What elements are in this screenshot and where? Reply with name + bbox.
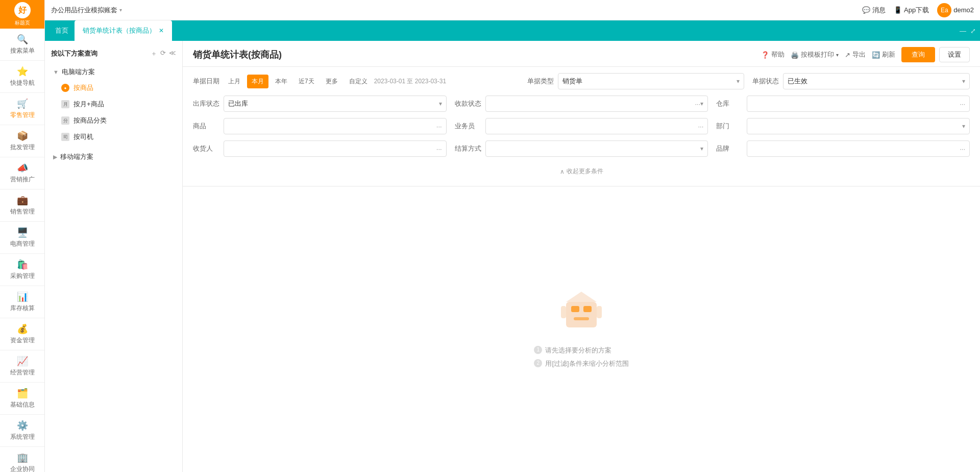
quicknav-icon: ⭐ — [17, 66, 28, 77]
collapse-panel-icon[interactable]: ≪ — [169, 49, 176, 58]
tab-home[interactable]: 首页 — [49, 20, 75, 41]
account-dropdown[interactable]: 办公用品行业模拟账套 ▾ — [51, 6, 122, 15]
doctype-select[interactable]: 销货单 — [558, 73, 745, 89]
collapse-bar[interactable]: ∧ 收起更多条件 — [193, 163, 970, 180]
basic-icon: 🗂️ — [17, 388, 28, 399]
user-menu[interactable]: Ea demo2 — [937, 3, 974, 17]
salesperson-input[interactable]: ··· — [485, 118, 708, 134]
refresh-button[interactable]: 🔄 刷新 — [872, 50, 895, 59]
right-panel: 销货单统计表(按商品) ❓ 帮助 🖨️ 按模板打印 ▾ ↗ 导出 — [183, 41, 980, 472]
export-button[interactable]: ↗ 导出 — [845, 50, 866, 59]
title-actions: ❓ 帮助 🖨️ 按模板打印 ▾ ↗ 导出 🔄 刷新 — [761, 47, 970, 62]
app-logo: 好 标题页 — [0, 0, 45, 29]
doctype-label: 单据类型 — [527, 77, 558, 86]
salesperson-ellipsis[interactable]: ··· — [698, 123, 704, 130]
sidebar-item-operations[interactable]: 📈 经营管理 — [0, 350, 44, 383]
retail-icon: 🛒 — [17, 98, 28, 109]
scheme-item-by-product[interactable]: ● 按商品 — [45, 80, 182, 96]
filter-group-outstatus: 出库状态 已出库 — [193, 96, 447, 112]
expand-arrow-mobile-icon: ▶ — [53, 154, 57, 160]
header-left: 办公用品行业模拟账套 ▾ — [51, 6, 122, 15]
sidebar-item-enterprise-label: 企业协同 — [10, 465, 35, 472]
date-label: 单据日期 — [193, 77, 224, 86]
product-ellipsis[interactable]: ··· — [436, 123, 442, 130]
filter-row-1: 单据日期 上月 本月 本年 近7天 更多 自定义 2023-03-01 至 20… — [193, 73, 970, 89]
logo-text: 标题页 — [15, 19, 30, 27]
department-select[interactable] — [747, 118, 970, 134]
header-right: 💬 消息 📱 App下载 Ea demo2 — [862, 3, 974, 17]
sidebar-item-retail[interactable]: 🛒 零售管理 — [0, 93, 44, 125]
sidebar-item-sales[interactable]: 💼 销售管理 — [0, 190, 44, 222]
receiver-ellipsis[interactable]: ··· — [436, 145, 442, 153]
page-title-bar: 销货单统计表(按商品) ❓ 帮助 🖨️ 按模板打印 ▾ ↗ 导出 — [183, 41, 980, 67]
sidebar-item-wholesale[interactable]: 📦 批发管理 — [0, 125, 44, 157]
paymentstatus-ellipsis[interactable]: ··· — [695, 100, 701, 108]
app-download-button[interactable]: 📱 App下载 — [894, 6, 929, 15]
sidebar-item-search[interactable]: 🔍 搜索菜单 — [0, 29, 44, 61]
tab-sales-report[interactable]: 销货单统计表（按商品） ✕ — [75, 20, 172, 41]
help-button[interactable]: ❓ 帮助 — [761, 50, 785, 59]
hint-num-2: 2 — [534, 359, 542, 367]
window-minimize-icon[interactable]: — — [960, 27, 966, 35]
sidebar-item-system[interactable]: ⚙️ 系统管理 — [0, 415, 44, 447]
sidebar-item-enterprise[interactable]: 🏢 企业协同 — [0, 447, 44, 472]
message-button[interactable]: 💬 消息 — [862, 6, 886, 15]
export-label: 导出 — [852, 50, 866, 59]
date-btn-more[interactable]: 更多 — [321, 75, 342, 88]
scheme-item-by-cashier[interactable]: 司 按司机 — [45, 129, 182, 145]
logo-icon: 好 — [14, 2, 31, 18]
scheme-label-by-month-product: 按月+商品 — [74, 100, 104, 109]
docstatus-select[interactable]: 已生效 — [783, 73, 970, 89]
help-icon: ❓ — [761, 51, 769, 59]
add-scheme-icon[interactable]: ＋ — [151, 49, 157, 58]
query-button[interactable]: 查询 — [901, 47, 935, 62]
refresh-scheme-icon[interactable]: ⟳ — [160, 49, 166, 58]
filter-group-salesperson: 业务员 ··· — [455, 118, 708, 134]
date-btn-custom[interactable]: 自定义 — [345, 75, 372, 88]
sidebar-item-ecommerce[interactable]: 🖥️ 电商管理 — [0, 222, 44, 254]
scheme-icon-product: ● — [61, 84, 69, 92]
sidebar-item-purchase[interactable]: 🛍️ 采购管理 — [0, 254, 44, 286]
scheme-group-mobile-title[interactable]: ▶ 移动端方案 — [45, 149, 182, 164]
brand-ellipsis[interactable]: ··· — [960, 145, 965, 153]
sidebar-item-inventory[interactable]: 📊 库存核算 — [0, 286, 44, 318]
tab-sales-report-label: 销货单统计表（按商品） — [83, 26, 156, 35]
message-icon: 💬 — [862, 6, 870, 14]
brand-input[interactable]: ··· — [747, 140, 970, 157]
date-btn-thismonth[interactable]: 本月 — [247, 75, 268, 88]
marketing-icon: 📣 — [17, 162, 28, 174]
refresh-label: 刷新 — [882, 50, 895, 59]
enterprise-icon: 🏢 — [17, 452, 28, 463]
product-input[interactable]: ··· — [224, 118, 447, 134]
left-panel: 按以下方案查询 ＋ ⟳ ≪ ▼ 电脑端方案 ● 按商品 月 按月 — [45, 41, 183, 472]
sidebar-item-basic[interactable]: 🗂️ 基础信息 — [0, 383, 44, 415]
scheme-item-by-category[interactable]: 分 按商品分类 — [45, 112, 182, 129]
settlement-select[interactable] — [485, 140, 708, 157]
outstatus-select[interactable]: 已出库 — [224, 96, 447, 112]
template-print-button[interactable]: 🖨️ 按模板打印 ▾ — [791, 50, 839, 59]
wholesale-icon: 📦 — [17, 130, 28, 141]
scheme-item-by-month-product[interactable]: 月 按月+商品 — [45, 96, 182, 112]
settlement-label: 结算方式 — [455, 144, 485, 153]
date-btn-lastmonth[interactable]: 上月 — [224, 75, 245, 88]
scheme-group-desktop-title[interactable]: ▼ 电脑端方案 — [45, 64, 182, 80]
window-controls: — ⤢ — [960, 27, 976, 35]
receiver-input[interactable]: ··· — [224, 140, 447, 157]
collapse-label: 收起更多条件 — [567, 167, 603, 176]
empty-hints: 1 请先选择要分析的方案 2 用[过滤]条件来缩小分析范围 — [534, 346, 628, 372]
sidebar-item-quicknav[interactable]: ⭐ 快捷导航 — [0, 61, 44, 93]
warehouse-ellipsis[interactable]: ··· — [960, 100, 965, 108]
sidebar-item-marketing[interactable]: 📣 营销推广 — [0, 157, 44, 190]
svg-rect-1 — [571, 306, 579, 312]
svg-marker-6 — [566, 292, 597, 302]
setting-button[interactable]: 设置 — [939, 47, 970, 62]
product-label: 商品 — [193, 122, 224, 131]
date-btn-7days[interactable]: 近7天 — [294, 75, 319, 88]
warehouse-input[interactable]: ··· — [747, 96, 970, 112]
paymentstatus-select[interactable]: ··· — [485, 96, 708, 112]
filter-group-paymentstatus: 收款状态 ··· — [455, 96, 708, 112]
sidebar-item-finance[interactable]: 💰 资金管理 — [0, 318, 44, 350]
tab-close-icon[interactable]: ✕ — [159, 28, 164, 34]
window-maximize-icon[interactable]: ⤢ — [970, 27, 976, 35]
date-btn-thisyear[interactable]: 本年 — [271, 75, 292, 88]
